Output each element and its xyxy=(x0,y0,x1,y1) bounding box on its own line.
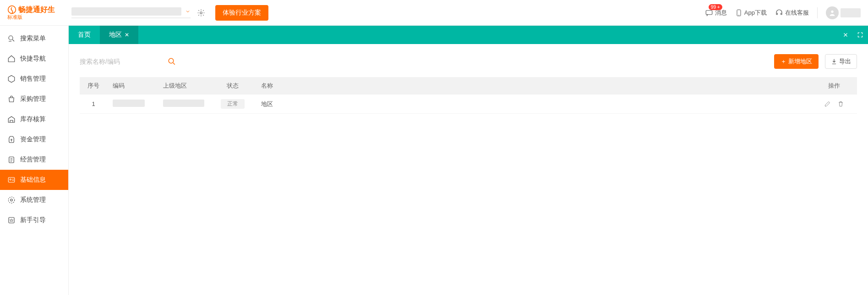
user-menu[interactable] xyxy=(826,6,861,19)
tab-region[interactable]: 地区 ✕ xyxy=(100,26,138,44)
table-header: 序号 编码 上级地区 状态 名称 操作 xyxy=(80,77,857,95)
star-icon xyxy=(7,216,16,224)
toolbar: ＋ 新增地区 导出 xyxy=(69,44,868,77)
cell-parent xyxy=(158,95,210,114)
info-card-icon xyxy=(7,176,16,184)
svg-point-9 xyxy=(10,179,11,180)
tag-icon xyxy=(7,75,16,83)
sidebar-item-sales[interactable]: 销售管理 xyxy=(0,69,68,89)
app-download-button[interactable]: App下载 xyxy=(735,9,767,17)
col-header-name: 名称 xyxy=(256,77,811,95)
app-download-label: App下载 xyxy=(744,9,767,17)
cell-status: 正常 xyxy=(210,95,256,114)
sidebar-item-newbie[interactable]: 新手引导 xyxy=(0,210,68,230)
content: 首页 地区 ✕ xyxy=(69,26,868,295)
sidebar-item-system[interactable]: 系统管理 xyxy=(0,190,68,210)
svg-point-0 xyxy=(8,6,16,14)
edit-row-button[interactable] xyxy=(824,100,831,107)
plus-icon: ＋ xyxy=(781,57,786,66)
sidebar-item-label: 销售管理 xyxy=(20,75,46,83)
sidebar-item-purchase[interactable]: 采购管理 xyxy=(0,89,68,109)
svg-point-4 xyxy=(738,15,739,15)
avatar-icon xyxy=(826,6,839,19)
sidebar-item-quick-nav[interactable]: 快捷导航 xyxy=(0,49,68,69)
experience-button[interactable]: 体验行业方案 xyxy=(215,5,268,21)
svg-point-11 xyxy=(11,199,13,201)
settings-button[interactable] xyxy=(197,9,205,17)
sidebar-item-label: 资金管理 xyxy=(20,135,46,144)
sidebar-item-label: 采购管理 xyxy=(20,95,46,103)
expand-icon xyxy=(857,32,863,38)
edition-label: 标准版 xyxy=(7,14,22,21)
close-all-tabs-button[interactable] xyxy=(842,32,849,38)
sidebar-item-label: 库存核算 xyxy=(20,115,46,123)
main: 搜索菜单 快捷导航 销售管理 采购管理 库存核算 资金管理 经营管理 基础信息 xyxy=(0,26,868,295)
svg-rect-8 xyxy=(8,178,15,183)
cell-num: 1 xyxy=(80,95,107,114)
search-button[interactable] xyxy=(168,57,176,66)
col-header-status: 状态 xyxy=(210,77,256,95)
close-icon[interactable]: ✕ xyxy=(125,32,129,38)
chevron-down-icon xyxy=(185,9,191,14)
gear-icon xyxy=(197,9,205,17)
tab-label: 地区 xyxy=(109,31,122,39)
col-header-num: 序号 xyxy=(80,77,107,95)
sidebar-item-funds[interactable]: 资金管理 xyxy=(0,129,68,150)
table: 序号 编码 上级地区 状态 名称 操作 1 正常 地区 xyxy=(69,77,868,114)
logo: 畅捷通好生 标准版 xyxy=(7,5,62,21)
messages-button[interactable]: 99 + 消息 xyxy=(705,9,727,17)
col-header-parent: 上级地区 xyxy=(158,77,210,95)
trash-icon xyxy=(837,100,844,107)
online-service-label: 在线客服 xyxy=(785,9,809,17)
divider xyxy=(817,7,818,18)
search-icon xyxy=(168,57,176,66)
sidebar-item-operations[interactable]: 经营管理 xyxy=(0,150,68,170)
brand-name: 畅捷通好生 xyxy=(18,5,55,15)
bag-icon xyxy=(7,95,16,103)
svg-point-1 xyxy=(200,11,202,14)
sidebar-item-label: 快捷导航 xyxy=(20,55,46,63)
search-input[interactable] xyxy=(80,58,168,65)
svg-point-13 xyxy=(169,58,174,63)
add-region-label: 新增地区 xyxy=(788,57,812,66)
sidebar-item-inventory[interactable]: 库存核算 xyxy=(0,109,68,129)
search-menu-icon xyxy=(7,34,16,43)
sidebar-item-search-menu[interactable]: 搜索菜单 xyxy=(0,28,68,49)
message-badge: 99 + xyxy=(709,4,722,10)
sidebar-item-basic-info[interactable]: 基础信息 xyxy=(0,170,68,190)
company-name xyxy=(71,7,181,16)
export-button[interactable]: 导出 xyxy=(825,54,857,69)
fullscreen-button[interactable] xyxy=(857,32,863,38)
delete-row-button[interactable] xyxy=(837,100,844,107)
user-name-placeholder xyxy=(841,8,861,17)
svg-rect-12 xyxy=(9,217,14,223)
online-service-button[interactable]: 在线客服 xyxy=(775,9,809,17)
sidebar-item-label: 基础信息 xyxy=(20,176,46,184)
edit-icon xyxy=(824,100,831,107)
money-icon xyxy=(7,135,16,144)
col-header-action: 操作 xyxy=(811,77,857,95)
tabbar-actions xyxy=(842,26,868,44)
svg-point-5 xyxy=(831,10,833,12)
export-label: 导出 xyxy=(839,57,851,66)
table-row[interactable]: 1 正常 地区 xyxy=(80,95,857,114)
toolbar-right: ＋ 新增地区 导出 xyxy=(774,54,857,69)
svg-rect-2 xyxy=(706,10,712,14)
status-badge: 正常 xyxy=(221,99,245,109)
system-icon xyxy=(7,196,16,204)
svg-point-10 xyxy=(8,197,15,203)
sidebar: 搜索菜单 快捷导航 销售管理 采购管理 库存核算 资金管理 经营管理 基础信息 xyxy=(0,26,69,295)
cell-name: 地区 xyxy=(256,95,811,114)
sidebar-item-label: 经营管理 xyxy=(20,156,46,164)
tab-home[interactable]: 首页 xyxy=(69,26,100,44)
tab-label: 首页 xyxy=(78,31,91,39)
cell-code xyxy=(107,95,158,114)
header-right: 99 + 消息 App下载 在线客服 xyxy=(705,6,861,19)
cell-action xyxy=(811,95,857,114)
company-selector[interactable] xyxy=(71,7,191,18)
clipboard-icon xyxy=(7,156,16,164)
headset-icon xyxy=(775,9,783,17)
sidebar-item-label: 系统管理 xyxy=(20,196,46,204)
add-region-button[interactable]: ＋ 新增地区 xyxy=(774,54,819,69)
export-icon xyxy=(831,58,837,65)
